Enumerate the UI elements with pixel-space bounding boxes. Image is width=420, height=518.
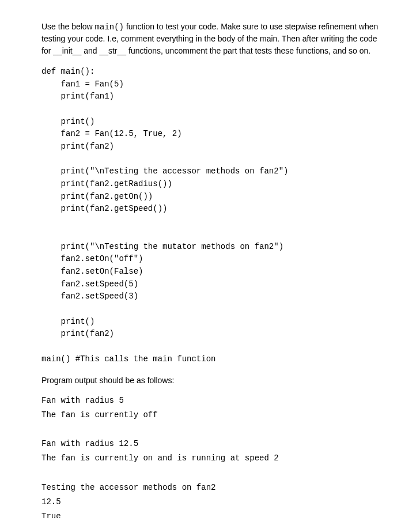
program-output: Fan with radius 5 The fan is currently o…: [41, 394, 379, 518]
intro-paragraph: Use the below main() function to test yo…: [41, 21, 379, 56]
output-heading: Program output should be as follows:: [41, 375, 379, 386]
intro-code-main: main(): [95, 22, 124, 32]
code-block-main: def main(): fan1 = Fan(5) print(fan1) pr…: [41, 66, 379, 366]
intro-text-part1: Use the below: [41, 22, 95, 31]
